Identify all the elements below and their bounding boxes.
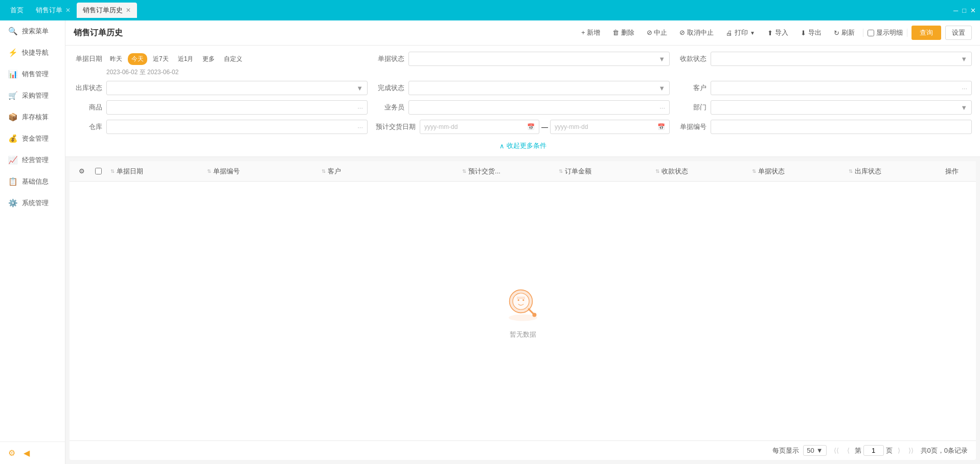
show-detail-label: 显示明细 — [876, 28, 903, 37]
delivery-date-to[interactable]: yyyy-mm-dd 📅 — [550, 120, 670, 134]
th-delivery-label: 预计交货... — [468, 167, 500, 176]
order-status-filter-label: 单据状态 — [376, 54, 404, 63]
print-arrow-icon: ▼ — [750, 30, 755, 36]
window-close-icon[interactable]: ✕ — [970, 7, 976, 14]
refresh-button[interactable]: ↻ 刷新 — [830, 26, 859, 39]
salesperson-input[interactable]: ··· — [408, 100, 670, 115]
sidebar-settings-icon[interactable]: ⚙ — [8, 448, 15, 458]
new-button[interactable]: + 新增 — [577, 26, 604, 39]
page-number-input[interactable] — [863, 445, 884, 456]
th-customer[interactable]: ⇅ 客户 — [317, 167, 458, 176]
show-detail-checkbox[interactable] — [868, 30, 874, 36]
last-page-button[interactable]: ⟩⟩ — [905, 446, 917, 455]
th-pay-status-label: 收款状态 — [662, 167, 688, 176]
query-button[interactable]: 查询 — [911, 26, 941, 40]
sidebar-item-inventory-label: 库存核算 — [22, 113, 49, 122]
order-no-input[interactable] — [711, 120, 972, 134]
pagination: 每页显示 50 ▼ ⟨⟨ ⟨ 第 页 ⟩ ⟩⟩ 共0页，0条记录 — [70, 440, 976, 460]
window-minimize-icon[interactable]: ─ — [953, 7, 958, 14]
shipment-status-select[interactable]: ▼ — [106, 81, 368, 95]
th-checkbox[interactable] — [90, 168, 106, 174]
customer-input[interactable]: ··· — [711, 81, 972, 95]
page-label: 第 — [855, 446, 861, 455]
payment-status-select[interactable]: ▼ — [711, 52, 972, 66]
export-button[interactable]: ⬇ 导出 — [796, 26, 826, 39]
th-order-status-icon: ⇅ — [752, 168, 756, 174]
sidebar-item-sales-mgmt[interactable]: 📊 销售管理 — [0, 63, 65, 85]
first-page-button[interactable]: ⟨⟨ — [831, 446, 842, 455]
th-order-status[interactable]: ⇅ 单据状态 — [748, 167, 845, 176]
sidebar-item-purchase-mgmt[interactable]: 🛒 采购管理 — [0, 85, 65, 106]
salesperson-filter-label: 业务员 — [376, 103, 404, 112]
sidebar-item-quick-nav[interactable]: ⚡ 快捷导航 — [0, 42, 65, 63]
filter-item-date: 单据日期 昨天 今天 近7天 近1月 更多 自定义 — [74, 53, 368, 65]
sidebar-item-operations[interactable]: 📈 经营管理 — [0, 149, 65, 171]
th-delivery[interactable]: ⇅ 预计交货... — [458, 167, 555, 176]
th-ship-status[interactable]: ⇅ 出库状态 — [845, 167, 941, 176]
warehouse-filter-label: 仓库 — [74, 122, 102, 131]
window-maximize-icon[interactable]: □ — [962, 7, 966, 14]
sidebar-item-sales-mgmt-label: 销售管理 — [22, 70, 49, 79]
payment-status-filter-label: 收款状态 — [678, 54, 706, 63]
print-button[interactable]: 🖨 🖨 打印 打印 ▼ — [722, 26, 759, 39]
th-date[interactable]: ⇅ 单据日期 — [106, 167, 203, 176]
tab-sales-order-close[interactable]: ✕ — [65, 7, 71, 14]
date-last7[interactable]: 近7天 — [149, 53, 172, 65]
page-size-arrow-icon: ▼ — [816, 447, 823, 454]
delivery-to-placeholder: yyyy-mm-dd — [555, 123, 588, 130]
purchase-icon: 🛒 — [8, 91, 18, 100]
finance-icon: 💰 — [8, 134, 18, 143]
department-select[interactable]: ▼ — [711, 100, 972, 115]
delivery-date-from[interactable]: yyyy-mm-dd 📅 — [420, 120, 539, 134]
page-size-select[interactable]: 50 ▼ — [803, 445, 826, 456]
order-no-filter-label: 单据编号 — [678, 122, 706, 131]
product-input[interactable]: ··· — [106, 100, 368, 115]
sidebar-item-base-info[interactable]: 📋 基础信息 — [0, 171, 65, 192]
setting-button[interactable]: 设置 — [945, 26, 972, 40]
filter-item-salesperson: 业务员 ··· — [376, 100, 670, 115]
th-amount-label: 订单金额 — [565, 167, 591, 176]
cancel-stop-button[interactable]: ⊘ 取消中止 — [675, 26, 718, 39]
completion-status-select[interactable]: ▼ — [408, 81, 670, 95]
th-pay-status[interactable]: ⇅ 收款状态 — [651, 167, 748, 176]
date-today[interactable]: 今天 — [128, 53, 147, 65]
collapse-row[interactable]: ∧ 收起更多条件 — [74, 139, 972, 150]
date-filter-control: 昨天 今天 近7天 近1月 更多 自定义 — [106, 53, 368, 65]
tab-sales-order[interactable]: 销售订单 ✕ — [30, 3, 77, 18]
th-customer-label: 客户 — [328, 167, 341, 176]
date-more[interactable]: 更多 — [199, 53, 218, 65]
print-icon: 🖨 — [726, 29, 733, 37]
sidebar-item-search-menu-label: 搜索菜单 — [22, 27, 49, 36]
salesperson-dots-icon: ··· — [659, 104, 665, 112]
tab-sales-order-history[interactable]: 销售订单历史 ✕ — [77, 3, 137, 18]
show-detail-checkbox-label[interactable]: 显示明细 — [868, 28, 903, 37]
sidebar-collapse-icon[interactable]: ◀ — [24, 448, 30, 458]
sidebar-item-search-menu[interactable]: 🔍 搜索菜单 — [0, 20, 65, 42]
tab-home[interactable]: 首页 — [4, 3, 30, 18]
completion-status-arrow-icon: ▼ — [658, 84, 665, 92]
sidebar-item-operations-label: 经营管理 — [22, 156, 49, 165]
order-status-select[interactable]: ▼ — [408, 52, 670, 66]
delete-button[interactable]: 🗑 删除 — [608, 26, 639, 39]
th-no[interactable]: ⇅ 单据编号 — [203, 167, 317, 176]
prev-page-button[interactable]: ⟨ — [844, 446, 853, 455]
warehouse-input[interactable]: ··· — [106, 120, 368, 134]
stop-button[interactable]: ⊘ 中止 — [643, 26, 672, 39]
import-button[interactable]: ⬆ 导入 — [763, 26, 792, 39]
date-custom[interactable]: 自定义 — [220, 53, 246, 65]
filter-row-2: 出库状态 ▼ 完成状态 ▼ 客户 — [74, 81, 972, 95]
sidebar-item-inventory[interactable]: 📦 库存核算 — [0, 106, 65, 128]
select-all-checkbox[interactable] — [95, 168, 102, 174]
th-settings[interactable]: ⚙ — [74, 167, 90, 175]
sidebar-item-finance[interactable]: 💰 资金管理 — [0, 128, 65, 149]
th-amount[interactable]: ⇅ 订单金额 — [555, 167, 651, 176]
tab-home-label: 首页 — [10, 6, 24, 15]
tab-sales-order-history-close[interactable]: ✕ — [126, 7, 131, 14]
date-yesterday[interactable]: 昨天 — [106, 53, 126, 65]
filter-item-product: 商品 ··· — [74, 100, 368, 115]
sidebar-item-sys-mgmt[interactable]: ⚙️ 系统管理 — [0, 192, 65, 214]
date-last1m[interactable]: 近1月 — [174, 53, 197, 65]
order-status-arrow-icon: ▼ — [658, 55, 665, 63]
next-page-button[interactable]: ⟩ — [895, 446, 903, 455]
export-icon: ⬇ — [801, 29, 806, 37]
